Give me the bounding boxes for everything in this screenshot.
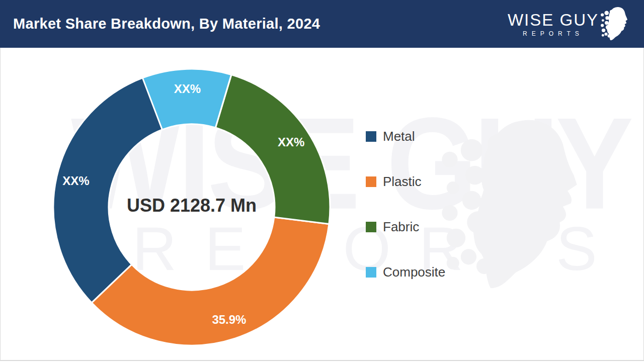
segment-label-composite: XX%: [174, 82, 201, 96]
chart-area: WISE GUY REPORTS XX%35.9%XX%XX% USD 2128…: [0, 48, 644, 361]
legend-swatch-plastic: [366, 176, 376, 187]
brand-logo: WISE GUY REPORTS: [508, 6, 631, 43]
donut-segment-metal: [53, 78, 163, 303]
chart-legend: MetalPlasticFabricComposite: [366, 124, 445, 284]
chart-center-value: USD 2128.7 Mn: [91, 193, 292, 219]
legend-label-composite: Composite: [383, 264, 445, 280]
page-title: Market Share Breakdown, By Material, 202…: [13, 16, 320, 32]
brand-subname: REPORTS: [523, 31, 584, 37]
legend-item-plastic: Plastic: [366, 169, 445, 194]
brand-logo-text: WISE GUY REPORTS: [508, 12, 599, 37]
legend-label-metal: Metal: [383, 129, 415, 144]
legend-swatch-fabric: [366, 222, 376, 232]
segment-label-fabric: XX%: [278, 135, 304, 149]
legend-item-metal: Metal: [366, 124, 445, 148]
head-profile-icon: [600, 6, 631, 43]
legend-label-fabric: Fabric: [383, 219, 419, 235]
segment-label-plastic: 35.9%: [212, 313, 246, 326]
legend-swatch-metal: [366, 131, 376, 142]
legend-swatch-composite: [366, 267, 376, 278]
header-bar: Market Share Breakdown, By Material, 202…: [0, 0, 644, 48]
legend-item-composite: Composite: [366, 260, 445, 284]
segment-label-metal: XX%: [62, 174, 89, 188]
legend-item-fabric: Fabric: [366, 215, 445, 239]
legend-label-plastic: Plastic: [383, 174, 422, 190]
watermark-head-profile-icon: [437, 107, 594, 306]
report-image: Market Share Breakdown, By Material, 202…: [0, 0, 644, 362]
donut-segment-plastic: [92, 217, 329, 345]
brand-name: WISE GUY: [508, 12, 599, 28]
